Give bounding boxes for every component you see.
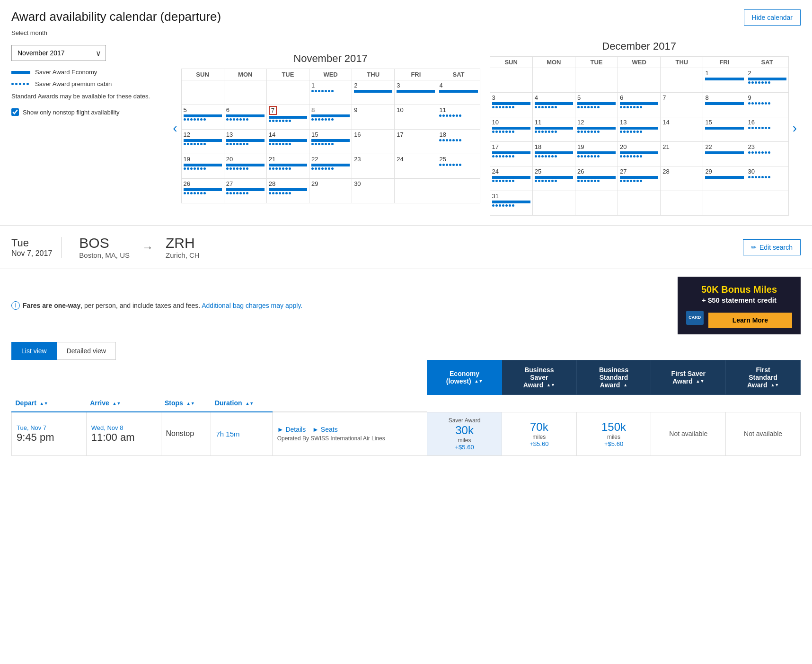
cal-day-cell[interactable]: 5 (575, 93, 618, 117)
cal-day-cell[interactable]: 25 (532, 166, 575, 191)
cal-day-cell[interactable] (746, 191, 788, 216)
cal-day-cell[interactable] (618, 191, 661, 216)
cal-day-cell[interactable] (703, 191, 746, 216)
cal-day-cell[interactable]: 6 (618, 93, 661, 117)
cal-day-cell[interactable]: 13 (618, 117, 661, 142)
cal-day-cell[interactable]: 17 (395, 130, 437, 154)
biz-std-sort-arrows[interactable]: ▲ (623, 383, 627, 387)
cal-day-cell[interactable]: 18 (532, 142, 575, 166)
cal-day-cell[interactable] (395, 179, 437, 203)
cal-day-cell[interactable]: 1 (703, 68, 746, 93)
edit-search-button[interactable]: ✏ Edit search (743, 239, 801, 255)
cal-day-cell[interactable]: 26 (181, 179, 224, 203)
biz-saver-sort-arrows[interactable]: ▲▼ (547, 383, 555, 387)
cal-day-cell[interactable]: 28 (661, 166, 703, 191)
th-first-standard[interactable]: FirstStandardAward ▲▼ (726, 360, 801, 394)
list-view-button[interactable]: List view (11, 342, 57, 360)
th-economy[interactable]: Economy(lowest) ▲▼ (427, 360, 502, 394)
cal-day-cell[interactable]: 31 (490, 191, 532, 216)
month-select[interactable]: November 2017 December 2017 (11, 45, 106, 61)
cal-day-cell[interactable]: 10 (490, 117, 532, 142)
cal-day-cell[interactable]: 8 (309, 105, 352, 130)
cal-day-cell[interactable] (490, 68, 532, 93)
cal-day-cell[interactable] (224, 80, 266, 105)
duration-sort[interactable]: ▲▼ (245, 402, 254, 406)
cal-day-cell[interactable]: 8 (703, 93, 746, 117)
economy-sort-arrows[interactable]: ▲▼ (475, 379, 483, 384)
biz-std-price-cell[interactable]: 150k miles +$5.60 (576, 412, 651, 455)
cal-day-cell[interactable]: 9 (746, 93, 788, 117)
cal-day-cell[interactable]: 11 (437, 105, 480, 130)
cal-day-cell[interactable]: 14 (661, 117, 703, 142)
first-saver-sort-arrows[interactable]: ▲▼ (696, 379, 705, 384)
month-dropdown-wrapper[interactable]: November 2017 December 2017 (11, 45, 106, 61)
details-link[interactable]: ► Details (277, 426, 306, 433)
arrive-sort[interactable]: ▲▼ (113, 402, 121, 406)
cal-day-cell[interactable]: 2 (352, 80, 395, 105)
nonstop-checkbox[interactable] (11, 108, 19, 116)
cal-day-cell[interactable]: 16 (352, 130, 395, 154)
cal-day-cell[interactable] (575, 68, 618, 93)
cal-day-cell[interactable]: 25 (437, 154, 480, 179)
cal-day-cell[interactable] (575, 191, 618, 216)
promo-learn-more-button[interactable]: Learn More (708, 313, 792, 328)
th-stops[interactable]: Stops ▲▼ (161, 394, 211, 412)
cal-day-cell[interactable]: 29 (703, 166, 746, 191)
cal-day-cell[interactable] (266, 80, 309, 105)
cal-day-cell[interactable] (661, 68, 703, 93)
cal-day-cell[interactable]: 17 (490, 142, 532, 166)
first-saver-price-cell[interactable]: Not available (651, 412, 726, 455)
cal-day-cell[interactable]: 13 (224, 130, 266, 154)
cal-day-cell[interactable]: 4 (437, 80, 480, 105)
cal-day-cell[interactable]: 24 (490, 166, 532, 191)
first-std-price-cell[interactable]: Not available (726, 412, 801, 455)
cal-day-cell[interactable] (181, 80, 224, 105)
cal-day-cell[interactable] (532, 68, 575, 93)
cal-day-cell[interactable]: 6 (224, 105, 266, 130)
stops-sort[interactable]: ▲▼ (186, 402, 195, 406)
seats-link[interactable]: ► Seats (312, 426, 338, 433)
cal-day-cell[interactable]: 3 (395, 80, 437, 105)
th-arrive[interactable]: Arrive ▲▼ (86, 394, 161, 412)
biz-saver-price-cell[interactable]: 70k miles +$5.60 (502, 412, 576, 455)
cal-day-cell[interactable]: 16 (746, 117, 788, 142)
cal-day-cell[interactable]: 10 (395, 105, 437, 130)
cal-day-cell[interactable]: 23 (746, 142, 788, 166)
cal-day-cell[interactable]: 22 (703, 142, 746, 166)
detailed-view-button[interactable]: Detailed view (57, 342, 116, 360)
cal-day-cell[interactable]: 27 (224, 179, 266, 203)
cal-day-cell[interactable]: 30 (746, 166, 788, 191)
cal-day-cell[interactable]: 30 (352, 179, 395, 203)
cal-day-cell[interactable]: 19 (575, 142, 618, 166)
cal-day-cell[interactable]: 4 (532, 93, 575, 117)
th-business-standard[interactable]: BusinessStandardAward ▲ (576, 360, 651, 394)
nonstop-checkbox-label[interactable]: Show only nonstop flight availability (11, 108, 150, 116)
cal-day-cell[interactable]: 19 (181, 154, 224, 179)
cal-day-cell[interactable]: 12 (575, 117, 618, 142)
th-first-saver[interactable]: First SaverAward ▲▼ (651, 360, 726, 394)
th-depart[interactable]: Depart ▲▼ (12, 394, 87, 412)
cal-day-cell[interactable]: 20 (224, 154, 266, 179)
next-month-arrow[interactable]: › (789, 121, 801, 136)
cal-day-cell[interactable]: 21 (661, 142, 703, 166)
cal-day-cell[interactable]: 18 (437, 130, 480, 154)
cal-day-cell[interactable]: 12 (181, 130, 224, 154)
prev-month-arrow[interactable]: ‹ (169, 121, 181, 136)
cal-day-cell[interactable]: 15 (309, 130, 352, 154)
cal-day-cell[interactable]: 7 (266, 105, 309, 130)
cal-day-cell[interactable]: 1 (309, 80, 352, 105)
cal-day-cell[interactable]: 2 (746, 68, 788, 93)
cal-day-cell[interactable]: 28 (266, 179, 309, 203)
cal-day-cell[interactable] (437, 179, 480, 203)
first-std-sort-arrows[interactable]: ▲▼ (770, 383, 779, 387)
bag-charges-link[interactable]: Additional bag charges may apply. (202, 302, 302, 309)
cal-day-cell[interactable]: 27 (618, 166, 661, 191)
economy-price-cell[interactable]: Saver Award 30k miles +$5.60 (427, 412, 502, 455)
cal-day-cell[interactable]: 23 (352, 154, 395, 179)
cal-day-cell[interactable]: 24 (395, 154, 437, 179)
th-duration[interactable]: Duration ▲▼ (211, 394, 272, 412)
cal-day-cell[interactable]: 14 (266, 130, 309, 154)
depart-sort[interactable]: ▲▼ (40, 402, 48, 406)
th-business-saver[interactable]: BusinessSaverAward ▲▼ (502, 360, 576, 394)
cal-day-cell[interactable]: 26 (575, 166, 618, 191)
